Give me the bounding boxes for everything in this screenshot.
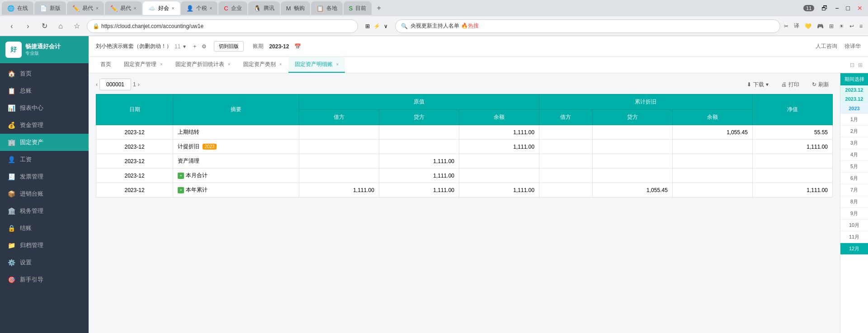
period-month-12月[interactable]: 12月 [840,243,868,255]
tab-close-mgmt[interactable]: × [160,62,163,67]
cell-orig-credit: 1,111.00 [379,183,459,197]
hot-search-badge: 🔥热搜 [461,22,479,30]
sidebar-item-reports[interactable]: 📊 报表中心 [0,99,89,117]
period-month-5月[interactable]: 5月 [840,161,868,173]
layout-icon[interactable]: ⊞ [829,23,834,29]
download-button[interactable]: ⬇ 下载 ▾ [743,79,772,90]
minimize-icon[interactable]: − [835,5,839,12]
browser-tab-active[interactable]: ☁️ 好会 × [143,1,180,15]
period-month-4月[interactable]: 4月 [840,149,868,161]
home-button[interactable]: ⌂ [54,20,67,33]
sidebar-item-purchase-sale[interactable]: 📦 进销台账 [0,185,89,202]
sidebar-item-salary[interactable]: 👤 工资 [0,151,89,168]
guide-icon: 🎯 [7,276,15,284]
browser-tab-yidai2[interactable]: ✏️ 易代 × [105,1,142,15]
search-text: 央视更新主持人名单 [410,22,459,30]
tab-close-yidai1[interactable]: × [96,6,99,11]
browser-tab-tencent[interactable]: 🐧 腾讯 [248,1,280,15]
bookmark-button[interactable]: ☆ [71,20,83,33]
tab-assets-category[interactable]: 固定资产类别 × [237,57,288,73]
wallet-icon[interactable]: 💛 [805,23,811,29]
account-dropdown-icon[interactable]: ▾ [183,43,186,50]
tab-assets-ledger[interactable]: 固定资产明细账 × [288,57,345,73]
sidebar-item-home[interactable]: 🏠 首页 [0,65,89,82]
search-bar[interactable]: 🔍 央视更新主持人名单 🔥热搜 [395,19,780,33]
tab-close-yidai2[interactable]: × [134,6,137,11]
sidebar-item-tax[interactable]: 🏛️ 税务管理 [0,202,89,220]
ledger-toolbar: ‹ 1 › ⬇ 下载 ▾ 🖨 打印 [96,79,833,90]
calendar-icon[interactable]: 📅 [294,43,301,50]
download-dropdown-icon[interactable]: ▾ [766,81,769,88]
period-month-1月[interactable]: 1月 [840,114,868,126]
help-label[interactable]: 人工咨询 [816,42,837,50]
undo-icon[interactable]: ↩ [849,23,854,29]
browser-tab-online[interactable]: 🌐 在线 [2,1,33,15]
game-icon[interactable]: 🎮 [817,23,824,29]
tab-fixed-assets-mgmt[interactable]: 固定资产管理 × [118,57,169,73]
tab-close-tax[interactable]: × [210,6,212,11]
next-page-button[interactable]: › [138,81,140,88]
translate-icon[interactable]: 译 [794,22,799,30]
sidebar-item-invoice[interactable]: 🧾 发票管理 [0,168,89,185]
new-tab-button[interactable]: + [373,2,385,14]
period-month-9月[interactable]: 9月 [840,208,868,220]
dropdown-icon[interactable]: ∨ [384,23,388,29]
col-summary: 摘要 [173,94,299,125]
browser-tab-gedi[interactable]: 📋 各地 [311,1,343,15]
restore-icon[interactable]: 🗗 [821,5,828,12]
sidebar-item-settings[interactable]: ⚙️ 设置 [0,254,89,271]
sidebar-item-label: 资金管理 [20,121,43,129]
brightness-icon[interactable]: ☀ [839,23,844,29]
period-month-7月[interactable]: 7月 [840,184,868,196]
browser-tab-new[interactable]: 📄 新版 [34,1,66,15]
sidebar-item-closing[interactable]: 🔒 结账 [0,220,89,237]
refresh-button[interactable]: ↻ 刷新 [808,79,833,90]
col-original-value: 原值 [299,94,539,110]
scissors-icon[interactable]: ✂ [784,23,788,29]
browser-tab-muqian[interactable]: S 目前 [344,1,372,15]
grid-icon[interactable]: ⊞ [365,23,370,29]
prev-page-button[interactable]: ‹ [96,81,98,88]
maximize-icon[interactable]: □ [846,5,850,12]
period-month-6月[interactable]: 6月 [840,173,868,184]
period-month-3月[interactable]: 3月 [840,137,868,149]
switch-version-button[interactable]: 切到旧版 [214,41,244,52]
tab-home[interactable]: 首页 [94,57,118,73]
tab-area-minimize-icon[interactable]: ⊡ [850,62,854,68]
tab-close-ledger[interactable]: × [336,62,339,67]
menu-icon[interactable]: ≡ [859,23,863,29]
sidebar-item-guide[interactable]: 🎯 新手引导 [0,271,89,288]
browser-tab-enterprise[interactable]: C 企业 [218,1,247,15]
sidebar-item-funds[interactable]: 💰 资金管理 [0,117,89,134]
tab-area-expand-icon[interactable]: ⊞ [858,62,863,68]
tab-depreciation-stats[interactable]: 固定资产折旧统计表 × [169,57,237,73]
sidebar-item-label: 总账 [20,87,32,95]
right-panel: 期间选择 2023.12 2023.12 2023 1月2月3月4月5月6月7月… [840,73,868,333]
refresh-button[interactable]: ↻ [38,20,51,33]
page-number-input[interactable] [99,79,131,90]
browser-tab-changou[interactable]: M 畅购 [281,1,310,15]
tab-close-depreciation[interactable]: × [228,62,231,67]
period-month-10月[interactable]: 10月 [840,220,868,231]
col-accumulated-dep: 累计折旧 [539,94,753,110]
sidebar-item-fixed-assets[interactable]: 🏢 固定资产 [0,134,89,151]
lightning-icon[interactable]: ⚡ [373,23,380,29]
period-month-8月[interactable]: 8月 [840,196,868,208]
period-month-2月[interactable]: 2月 [840,126,868,137]
back-button[interactable]: ‹ [5,20,18,33]
tab-label: 固定资产明细账 [295,61,333,68]
sidebar-item-archive[interactable]: 📁 归档管理 [0,237,89,254]
url-bar[interactable]: 🔒 https://cloud.chanjet.com/accounting/u… [87,19,358,33]
tab-close-category[interactable]: × [279,62,282,67]
tab-close-active[interactable]: × [172,6,175,11]
print-button[interactable]: 🖨 打印 [778,79,803,90]
user-name[interactable]: 徐译华 [844,42,861,50]
close-window-icon[interactable]: ✕ [857,5,863,12]
browser-tab-tax[interactable]: 👤 个税 × [181,1,218,15]
period-month-11月[interactable]: 11月 [840,231,868,243]
browser-tab-yidai1[interactable]: ✏️ 易代 × [67,1,104,15]
add-account-button[interactable]: + [193,43,196,50]
settings-small-icon[interactable]: ⚙ [202,43,207,50]
forward-button[interactable]: › [22,20,34,33]
sidebar-item-general-ledger[interactable]: 📋 总账 [0,82,89,99]
